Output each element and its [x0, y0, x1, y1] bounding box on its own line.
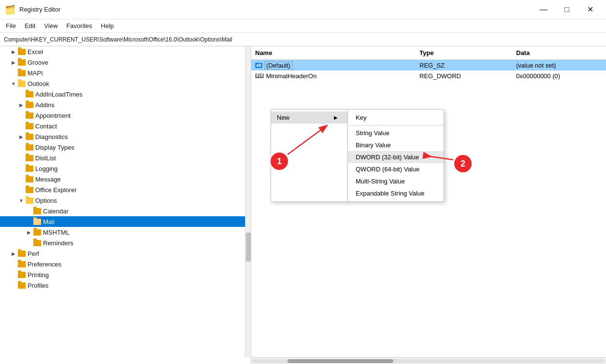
minimize-button[interactable]: — [533, 3, 555, 16]
app-icon: 🗂️ [5, 4, 15, 15]
submenu-label-qword-value: QWORD (64-bit) Value [356, 166, 419, 173]
tree-label-options: Options [35, 197, 57, 204]
tree-item-message[interactable]: Message [0, 174, 251, 184]
tree-item-mshtml[interactable]: ▶ MSHTML [0, 227, 251, 238]
tree-item-addins[interactable]: ▶ Addins [0, 99, 251, 110]
tree-item-diagnostics[interactable]: ▶ Diagnostics [0, 131, 251, 142]
annotation-circle-1: 1 [271, 153, 288, 170]
tree-label-display-types: Display Types [35, 144, 74, 151]
menu-file[interactable]: File [2, 21, 20, 31]
tree-folder-addinloadtimes [25, 90, 34, 98]
submenu-item-binary-value[interactable]: Binary Value [348, 139, 444, 151]
tree-label-mshtml: MSHTML [43, 229, 70, 236]
menu-separator-1 [348, 125, 444, 126]
tree-label-groove: Groove [28, 59, 48, 66]
tree-item-excel[interactable]: ▶ Excel [0, 46, 251, 57]
tree-label-profiles: Profiles [28, 282, 48, 289]
tree-folder-addins [25, 101, 34, 109]
right-panel-scrollbar[interactable] [251, 357, 606, 364]
submenu-item-string-value[interactable]: String Value [348, 127, 444, 139]
submenu-item-expandable-string[interactable]: Expandable String Value [348, 187, 444, 199]
col-header-name: Name [251, 48, 416, 57]
tree-label-mail: Mail [43, 218, 55, 225]
main-content: ▶ Excel ▶ Groove MAPI ▼ Outlook AddInLoa… [0, 46, 606, 364]
tree-item-contact[interactable]: Contact [0, 121, 251, 131]
menu-bar: File Edit View Favorites Help [0, 19, 606, 33]
maximize-button[interactable]: □ [556, 3, 578, 16]
cell-type-default: REG_SZ [416, 61, 512, 70]
tree-item-logging[interactable]: Logging [0, 163, 251, 174]
tree-label-printing: Printing [28, 271, 49, 279]
cell-name-minimalheaderon: 010 MinimalHeaderOn [251, 72, 416, 80]
tree-folder-perf [17, 250, 26, 257]
tree-item-perf[interactable]: ▶ Perf [0, 248, 251, 259]
address-bar: Computer\HKEY_CURRENT_USER\Software\Micr… [0, 33, 606, 46]
tree-folder-message [25, 175, 34, 183]
tree-item-mail[interactable]: Mail [0, 216, 251, 227]
submenu-item-key[interactable]: Key [348, 112, 444, 124]
tree-folder-mail [33, 218, 42, 225]
tree-scrollbar-track[interactable] [245, 46, 251, 357]
tree-scrollbar-thumb [246, 233, 251, 262]
menu-help[interactable]: Help [97, 21, 118, 31]
tree-folder-outlook [17, 80, 26, 87]
tree-item-printing[interactable]: Printing [0, 269, 251, 280]
tree-label-message: Message [35, 176, 61, 183]
tree-item-outlook[interactable]: ▼ Outlook [0, 78, 251, 89]
close-button[interactable]: ✕ [579, 3, 601, 16]
tree-label-distlist: DistList [35, 154, 56, 162]
tree-label-addins: Addins [35, 101, 55, 109]
tree-folder-diagnostics [25, 133, 34, 140]
cell-name-default: ab (Default) [251, 61, 416, 70]
submenu-item-dword-value[interactable]: DWORD (32-bit) Value [348, 151, 444, 163]
tree-item-office-explorer[interactable]: Office Explorer [0, 184, 251, 195]
title-bar: 🗂️ Registry Editor — □ ✕ [0, 0, 606, 19]
address-path: Computer\HKEY_CURRENT_USER\Software\Micr… [4, 36, 232, 43]
menu-edit[interactable]: Edit [21, 21, 39, 31]
submenu-label-dword-value: DWORD (32-bit) Value [356, 154, 419, 161]
submenu: Key String Value Binary Value DWORD (32-… [347, 109, 444, 202]
tree-item-appointment[interactable]: Appointment [0, 110, 251, 121]
tree-folder-preferences [17, 260, 26, 268]
tree-item-distlist[interactable]: DistList [0, 153, 251, 163]
tree-item-groove[interactable]: ▶ Groove [0, 57, 251, 68]
menu-view[interactable]: View [40, 21, 61, 31]
col-header-type: Type [416, 48, 512, 57]
tree-folder-contact [25, 122, 34, 130]
menu-favorites[interactable]: Favorites [62, 21, 96, 31]
tree-panel: ▶ Excel ▶ Groove MAPI ▼ Outlook AddInLoa… [0, 46, 251, 364]
tree-item-preferences[interactable]: Preferences [0, 259, 251, 269]
tree-folder-profiles [17, 281, 26, 289]
context-menu-new[interactable]: New ▶ [271, 112, 347, 124]
tree-item-mapi[interactable]: MAPI [0, 68, 251, 78]
tree-item-display-types[interactable]: Display Types [0, 142, 251, 153]
annotation-circle-2: 2 [454, 155, 472, 172]
tree-folder-printing [17, 271, 26, 279]
tree-item-options[interactable]: ▼ Options [0, 195, 251, 206]
submenu-item-qword-value[interactable]: QWORD (64-bit) Value [348, 163, 444, 175]
submenu-label-expandable-string: Expandable String Value [356, 190, 424, 197]
tree-folder-options [25, 196, 34, 204]
tree-folder-reminders [33, 239, 42, 247]
tree-folder-appointment [25, 112, 34, 119]
tree-folder-mshtml [33, 228, 42, 236]
tree-item-addinloadtimes[interactable]: AddInLoadTimes [0, 89, 251, 99]
submenu-item-multi-string[interactable]: Multi-String Value [348, 175, 444, 187]
table-row-minimalheaderon[interactable]: 010 MinimalHeaderOn REG_DWORD 0x00000000… [251, 70, 606, 81]
tree-arrow-outlook: ▼ [10, 80, 17, 87]
tree-label-logging: Logging [35, 165, 58, 172]
tree-label-contact: Contact [35, 123, 57, 130]
tree-folder-distlist [25, 154, 34, 162]
tree-item-reminders[interactable]: Reminders [0, 238, 251, 248]
tree-folder-office-explorer [25, 186, 34, 194]
scroll-track [252, 359, 605, 363]
window-title: Registry Editor [19, 6, 60, 13]
tree-item-calendar[interactable]: Calendar [0, 206, 251, 216]
tree-arrow-perf: ▶ [10, 250, 17, 257]
table-row-default[interactable]: ab (Default) REG_SZ (value not set) [251, 60, 606, 70]
tree-arrow-groove: ▶ [10, 58, 17, 66]
submenu-label-string-value: String Value [356, 129, 390, 137]
tree-label-calendar: Calendar [43, 208, 69, 215]
scroll-thumb [288, 359, 393, 363]
tree-item-profiles[interactable]: Profiles [0, 280, 251, 291]
